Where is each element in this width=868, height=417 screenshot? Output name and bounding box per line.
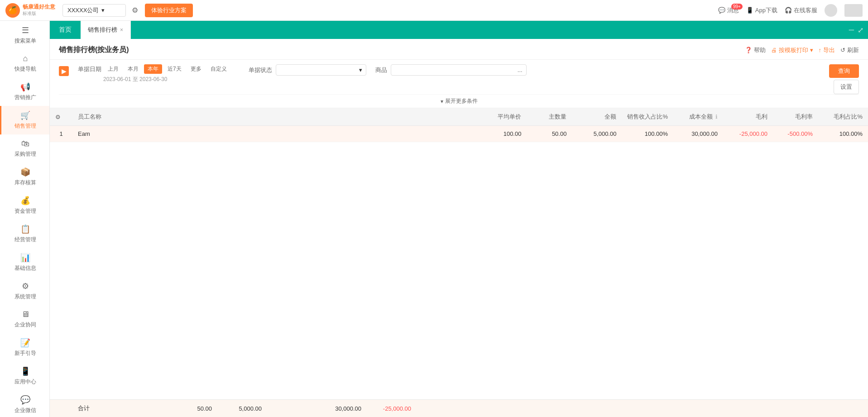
date-options: 上月 本月 本年 近7天 更多 自定义 <box>104 64 230 74</box>
footer-label: 合计 <box>72 404 127 412</box>
status-select[interactable]: ▾ <box>276 64 366 76</box>
sales-icon: 🛒 <box>20 110 30 120</box>
main-layout: ☰ 搜索菜单 ⌂ 快捷导航 📢 营销推广 🛒 销售管理 🛍 采购管理 📦 库存核… <box>0 21 868 417</box>
export-icon: ↑ <box>819 47 822 53</box>
avatar[interactable] <box>825 4 837 17</box>
sidebar-item-marketing[interactable]: 📢 营销推广 <box>0 77 49 106</box>
column-settings-icon[interactable]: ⚙ <box>55 114 61 120</box>
date-opt-last-month[interactable]: 上月 <box>104 64 122 74</box>
sidebar-item-label: 营销推广 <box>14 94 36 101</box>
chevron-down-icon: ▾ <box>101 7 105 14</box>
date-opt-more[interactable]: 更多 <box>187 64 205 74</box>
th-sales-pct: 销售收入占比% <box>622 108 673 126</box>
date-filter-row: 单据日期 上月 本月 本年 近7天 更多 自定义 <box>78 64 230 74</box>
sidebar-item-label: 销售管理 <box>14 122 36 130</box>
tab-expand-icon[interactable]: ⤢ <box>858 26 863 34</box>
sidebar-item-guide[interactable]: 📝 新手引导 <box>0 333 49 362</box>
app-center-icon: 📱 <box>20 366 30 376</box>
table-row[interactable]: 1Eam100.0050.005,000.00100.00%30,000.00-… <box>50 126 868 142</box>
status-chevron-icon: ▾ <box>359 67 362 73</box>
online-service-btn[interactable]: 🎧 在线客服 <box>785 6 817 14</box>
th-settings[interactable]: ⚙ <box>50 108 72 126</box>
table-wrapper: ⚙ 员工名称 平均单价 主数量 全额 销售收入占比% 成本全额 ℹ 毛利 <box>50 108 868 399</box>
date-label: 单据日期 <box>78 65 101 73</box>
company-selector[interactable]: XXXXX公司 ▾ <box>62 4 126 17</box>
tab-home[interactable]: 首页 <box>50 21 81 39</box>
print-btn[interactable]: 🖨 按模板打印 ▾ <box>771 46 813 54</box>
table-footer: 合计 50.00 5,000.00 30,000.00 -25,000.00 <box>50 399 868 417</box>
sidebar-item-label: 搜索菜单 <box>14 37 36 45</box>
export-btn[interactable]: ↑ 导出 <box>819 46 835 54</box>
download-icon: 📱 <box>746 7 753 14</box>
cell-avg-price: 100.00 <box>481 126 527 142</box>
expand-icon: ▾ <box>441 98 443 105</box>
app-download-btn[interactable]: 📱 App下载 <box>746 6 777 14</box>
th-profit-pct: 毛利占比% <box>818 108 868 126</box>
sidebar-item-label: 新手引导 <box>14 350 36 357</box>
date-range: 2023-06-01 至 2023-06-30 <box>103 76 230 83</box>
sidebar-item-label: 库存核算 <box>14 179 36 187</box>
sidebar-item-enterprise[interactable]: 🖥 企业协同 <box>0 305 49 333</box>
th-qty: 主数量 <box>527 108 572 126</box>
goods-filter-group: 商品 ... <box>375 64 527 76</box>
page-content: 销售排行榜(按业务员) ❓ 帮助 🖨 按模板打印 ▾ ↑ 导出 <box>50 39 868 417</box>
guide-icon: 📝 <box>20 338 30 348</box>
header-actions: ❓ 帮助 🖨 按模板打印 ▾ ↑ 导出 ↺ 刷新 <box>745 46 859 54</box>
sidebar: ☰ 搜索菜单 ⌂ 快捷导航 📢 营销推广 🛒 销售管理 🛍 采购管理 📦 库存核… <box>0 21 50 417</box>
sidebar-item-label: 资金管理 <box>14 207 36 215</box>
sidebar-item-app-center[interactable]: 📱 应用中心 <box>0 362 49 390</box>
tab-bar: 首页 销售排行榜 × ─ ⤢ <box>50 21 868 39</box>
sidebar-item-management[interactable]: 📋 经营管理 <box>0 220 49 248</box>
rankings-table: ⚙ 员工名称 平均单价 主数量 全额 销售收入占比% 成本全额 ℹ 毛利 <box>50 108 868 142</box>
message-btn[interactable]: 💬 消息 99+ <box>718 6 739 14</box>
top-right: 💬 消息 99+ 📱 App下载 🎧 在线客服 <box>718 4 863 17</box>
sidebar-item-system[interactable]: ⚙ 系统管理 <box>0 277 49 305</box>
filter-area: ▶ 单据日期 上月 本月 本年 近7天 更多 自定义 <box>50 60 868 108</box>
marketing-icon: 📢 <box>20 82 30 92</box>
sidebar-item-label: 快捷导航 <box>14 65 36 73</box>
goods-select[interactable]: ... <box>391 64 527 76</box>
wechat-icon: 💬 <box>20 395 30 405</box>
tab-minimize-icon[interactable]: ─ <box>849 26 854 34</box>
sidebar-item-inventory[interactable]: 📦 库存核算 <box>0 163 49 191</box>
tab-close-icon[interactable]: × <box>120 27 123 33</box>
cell-cost: 30,000.00 <box>673 126 723 142</box>
sidebar-item-label: 应用中心 <box>14 378 36 386</box>
page-title: 销售排行榜(按业务员) <box>59 45 129 55</box>
date-opt-7days[interactable]: 近7天 <box>164 64 185 74</box>
cost-info-icon[interactable]: ℹ <box>715 114 718 120</box>
sidebar-item-basic-info[interactable]: 📊 基础信息 <box>0 248 49 277</box>
basic-info-icon: 📊 <box>20 253 30 263</box>
query-button[interactable]: 查询 <box>829 64 859 78</box>
trial-button[interactable]: 体验行业方案 <box>145 4 193 17</box>
expand-conditions-btn[interactable]: ▾ 展开更多条件 <box>441 97 478 105</box>
tab-sales-ranking[interactable]: 销售排行榜 × <box>81 21 131 39</box>
footer-profit: -25,000.00 <box>367 405 417 412</box>
goods-ellipsis[interactable]: ... <box>518 67 523 73</box>
settings-button[interactable]: 设置 <box>834 80 859 94</box>
content-area: 首页 销售排行榜 × ─ ⤢ 销售排行榜(按业务员) ❓ 帮助 <box>50 21 868 417</box>
sidebar-item-wechat[interactable]: 💬 企业微信 <box>0 390 49 417</box>
filter-toggle-btn[interactable]: ▶ <box>59 66 69 76</box>
sidebar-item-purchase[interactable]: 🛍 采购管理 <box>0 134 49 163</box>
goods-label: 商品 <box>375 66 387 74</box>
status-filter-group: 单据状态 ▾ <box>249 64 366 76</box>
refresh-btn[interactable]: ↺ 刷新 <box>840 46 859 54</box>
sidebar-item-nav[interactable]: ⌂ 快捷导航 <box>0 49 49 77</box>
topbar-settings-icon[interactable]: ⚙ <box>129 4 141 17</box>
sidebar-item-label: 企业协同 <box>14 321 36 329</box>
sidebar-item-sales[interactable]: 🛒 销售管理 <box>0 106 49 134</box>
date-opt-this-year[interactable]: 本年 <box>144 64 162 74</box>
search-menu-icon: ☰ <box>22 25 29 35</box>
date-opt-custom[interactable]: 自定义 <box>207 64 230 74</box>
sidebar-item-finance[interactable]: 💰 资金管理 <box>0 191 49 220</box>
help-btn[interactable]: ❓ 帮助 <box>745 46 766 54</box>
print-icon: 🖨 <box>771 47 777 53</box>
date-opt-this-month[interactable]: 本月 <box>124 64 142 74</box>
sidebar-item-search[interactable]: ☰ 搜索菜单 <box>0 21 49 49</box>
refresh-icon: ↺ <box>840 47 845 53</box>
sidebar-item-label: 经营管理 <box>14 236 36 244</box>
footer-amount: 5,000.00 <box>217 405 267 412</box>
sidebar-item-label: 基础信息 <box>14 264 36 272</box>
logo-area: 🍊 畅康通好生意 标准版 <box>5 3 55 18</box>
